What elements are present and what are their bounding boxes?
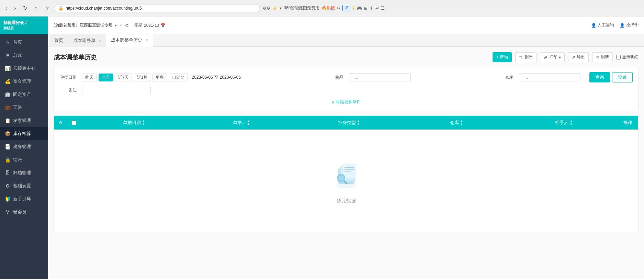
biz-type-sort-icon[interactable]: ▲▼ xyxy=(357,120,360,126)
sidebar-item-settings[interactable]: ⚙ 基础设置 xyxy=(0,179,48,192)
sidebar-label-reports: 云报表中心 xyxy=(13,65,35,71)
show-detail-check[interactable] xyxy=(616,55,621,59)
th-actions: 操作 xyxy=(618,120,638,126)
tab-cost-adjust-history-close[interactable]: × xyxy=(146,38,148,42)
select-all-checkbox[interactable] xyxy=(72,121,76,125)
date-7days-btn[interactable]: 近7天 xyxy=(115,74,132,81)
star-button[interactable]: ☆ xyxy=(42,4,51,12)
dropdown-icon[interactable]: ▾ xyxy=(280,6,282,11)
service-button[interactable]: 👤 人工咨询 xyxy=(591,22,614,28)
tab-home[interactable]: 首页 xyxy=(49,34,68,47)
handler-sort-icon[interactable]: ▲▼ xyxy=(570,120,573,126)
sidebar-item-member[interactable]: V 畅会员 xyxy=(0,205,48,219)
tab-cost-adjust-history[interactable]: 成本调整单历史 × xyxy=(106,34,153,47)
tool-menu[interactable]: ☰ xyxy=(381,6,385,11)
print-icon: 🖨 xyxy=(544,55,548,60)
date-custom-btn[interactable]: 自定义 xyxy=(169,74,188,81)
sidebar-item-funds[interactable]: 💰 资金管理 xyxy=(0,75,48,88)
print-button[interactable]: 🖨 打印 ▾ xyxy=(540,52,565,62)
refresh-button[interactable]: ↻ xyxy=(21,4,30,12)
tab-cost-adjust[interactable]: 成本调整单 × xyxy=(68,34,106,47)
sidebar-item-general-ledger[interactable]: ≡ 总账 xyxy=(0,49,48,62)
delete-button[interactable]: 🗑 删除 xyxy=(515,52,536,62)
nav-forward-button[interactable]: › xyxy=(12,4,18,12)
warehouse-selector[interactable]: ... xyxy=(519,73,580,81)
tool-wallet[interactable]: ¥ xyxy=(352,6,355,11)
sidebar-item-invoice[interactable]: 📋 发票管理 xyxy=(0,114,48,127)
sidebar-item-guide[interactable]: 🔰 新手引导 xyxy=(0,192,48,205)
service-label: 人工咨询 xyxy=(598,22,614,28)
sidebar-logo: 畅捷通好会计 旗舰版 xyxy=(0,16,48,34)
tool-undo[interactable]: ↩ xyxy=(375,6,379,11)
add-company-icon[interactable]: ＋ xyxy=(119,22,123,28)
export-button[interactable]: ↗ 导出 xyxy=(568,52,589,62)
sidebar-item-home[interactable]: ⌂ 首页 xyxy=(0,36,48,49)
sidebar: 畅捷通好会计 旗舰版 ⌂ 首页 ≡ 总账 📊 云报表中心 💰 资金管理 🏢 xyxy=(0,16,48,279)
sidebar-item-reports[interactable]: 📊 云报表中心 xyxy=(0,62,48,75)
settings-btn[interactable]: 设置 xyxy=(612,72,633,82)
sidebar-label-funds: 资金管理 xyxy=(13,78,31,85)
sidebar-item-inventory[interactable]: 📦 库存核算 xyxy=(0,127,48,140)
company-selector[interactable]: (勿删勿禁用）江西服宝测试专用 ▾ ＋ ⚙ xyxy=(54,22,129,28)
date-yesterday-btn[interactable]: 昨天 xyxy=(82,74,97,81)
company-settings-icon[interactable]: ⚙ xyxy=(125,23,129,28)
table-settings-icon[interactable]: ⚙ xyxy=(54,120,68,125)
number-sort-icon[interactable]: ▲▼ xyxy=(247,120,250,126)
export-icon: ↗ xyxy=(572,55,575,60)
tool-brightness[interactable]: ☀ xyxy=(370,6,373,11)
query-button[interactable]: 查询 xyxy=(589,72,610,82)
data-table: ⚙ 单据日期 ▲▼ 单据... ▲▼ xyxy=(54,115,639,233)
hot-search-icon[interactable]: 🔥热搜 xyxy=(321,5,335,11)
show-detail-checkbox[interactable]: 显示明细 xyxy=(616,54,639,60)
tab-cost-adjust-close[interactable]: × xyxy=(99,38,101,43)
date-1month-btn[interactable]: 近1月 xyxy=(134,74,151,81)
inventory-icon: 📦 xyxy=(5,131,10,136)
warehouse-dots: ... xyxy=(524,75,528,80)
fixed-assets-icon: 🏢 xyxy=(5,92,10,97)
sidebar-item-close[interactable]: 🔒 结账 xyxy=(0,153,48,166)
date-to: 2023-06-06 xyxy=(220,75,241,80)
th-biz-type[interactable]: 业务类型 ▲▼ xyxy=(295,120,403,126)
logo-sub: 旗舰版 xyxy=(3,26,28,31)
note-input[interactable] xyxy=(82,86,151,94)
tool-translate[interactable]: 译 xyxy=(342,5,350,11)
warehouse-sort-icon[interactable]: ▲▼ xyxy=(460,120,463,126)
nav-back-button[interactable]: ‹ xyxy=(3,4,9,12)
home-button[interactable]: ⌂ xyxy=(32,4,40,12)
tool-game[interactable]: 🎮 xyxy=(357,6,362,11)
sidebar-label-fixed-assets: 固定资产 xyxy=(13,91,31,98)
logo-name: 畅捷通好会计 xyxy=(3,20,28,26)
refresh-btn[interactable]: ↻ 刷新 xyxy=(592,52,613,62)
product-dots: ... xyxy=(355,75,358,80)
sidebar-item-tax[interactable]: 📑 税务管理 xyxy=(0,140,48,153)
tool-grid[interactable]: ⊞ xyxy=(364,6,368,11)
bolt-icon[interactable]: ⚡ xyxy=(272,6,278,11)
th-handler[interactable]: 经手人 ▲▼ xyxy=(510,120,618,126)
trash-icon: 🗑 xyxy=(519,55,523,60)
th-warehouse-label: 仓库 xyxy=(450,120,459,126)
th-actions-label: 操作 xyxy=(623,120,632,126)
tool-scissors[interactable]: ✂ xyxy=(337,6,340,11)
url-text: https://cloud.chanjet.com/accounting/uru… xyxy=(66,6,142,11)
date-more-btn[interactable]: 更多 xyxy=(152,74,167,81)
ssl-lock-icon: 🔒 xyxy=(58,6,64,11)
table-select-all[interactable] xyxy=(68,121,80,125)
date-today-btn[interactable]: 今天 xyxy=(99,74,113,81)
th-number[interactable]: 单据... ▲▼ xyxy=(188,120,295,126)
add-button[interactable]: + 新增 xyxy=(493,52,512,62)
date-sort-icon[interactable]: ▲▼ xyxy=(142,120,145,126)
sidebar-item-salary[interactable]: 💼 工资 xyxy=(0,101,48,114)
tax-icon: 📑 xyxy=(5,144,10,149)
th-warehouse[interactable]: 仓库 ▲▼ xyxy=(403,120,510,126)
page-actions: + 新增 🗑 删除 🖨 打印 ▾ ↗ 导出 ↻ xyxy=(493,52,639,62)
address-bar[interactable]: 🔒 https://cloud.chanjet.com/accounting/u… xyxy=(54,4,260,12)
date-filter-label: 单据日期 xyxy=(59,75,77,80)
collapse-button[interactable]: ∧ 收起更多条件 xyxy=(331,98,361,106)
sidebar-item-fixed-assets[interactable]: 🏢 固定资产 xyxy=(0,88,48,101)
th-date[interactable]: 单据日期 ▲▼ xyxy=(80,120,188,126)
sidebar-item-archive[interactable]: 🗄 归档管理 xyxy=(0,166,48,179)
extensions-icon[interactable]: ⚙⚙ xyxy=(263,6,270,11)
calendar-icon[interactable]: 📅 xyxy=(160,23,166,28)
product-selector[interactable]: ... xyxy=(349,73,411,81)
user-info[interactable]: 👤 徐泽华 xyxy=(620,22,639,28)
